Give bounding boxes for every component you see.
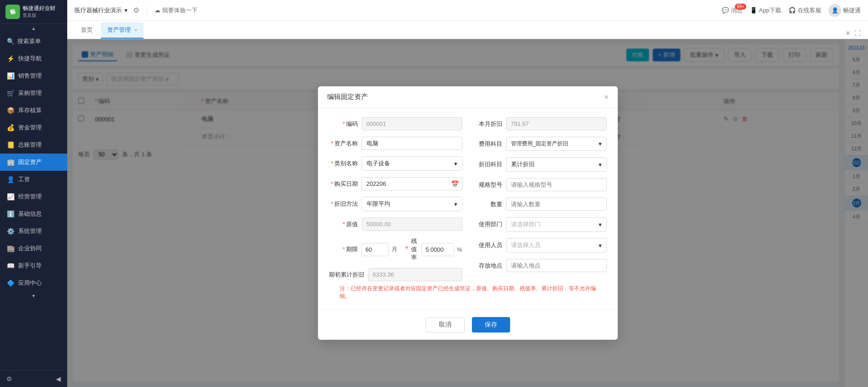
form-row-accumulated-dep: 期初累计折旧 [329, 268, 462, 281]
online-service-label: 在线客服 [798, 6, 821, 15]
sidebar-item-guide[interactable]: 📖 新手引导 [0, 257, 67, 274]
residual-unit: % [457, 246, 462, 253]
category-label-form: *类别名称 [329, 159, 358, 168]
message-btn[interactable]: 💬 消息 99+ [722, 6, 743, 15]
tab-close-icon[interactable]: × [134, 27, 137, 33]
sidebar-scroll-down[interactable]: ▼ [0, 292, 67, 300]
chevron-down-icon: ▾ [599, 221, 602, 228]
window-controls: ✕ ⛶ [845, 30, 861, 39]
window-close-icon[interactable]: ✕ [845, 30, 851, 37]
sidebar-item-enterprise[interactable]: 🏬 企业协同 [0, 240, 67, 257]
quantity-label: 数量 [473, 200, 502, 208]
modal-close-btn[interactable]: × [604, 93, 608, 101]
purchase-date-picker[interactable]: 📅 [362, 177, 462, 190]
purchase-icon: 🛒 [6, 89, 15, 97]
dept-select[interactable]: 请选择部门 ▾ [506, 217, 607, 232]
cancel-button[interactable]: 取消 [426, 317, 465, 332]
form-row-dep-method: *折旧方法 年限平均 ▾ [329, 197, 462, 211]
chevron-down-icon: ▾ [599, 242, 602, 249]
sidebar-item-label: 企业协同 [18, 244, 42, 253]
accumulated-dep-input[interactable] [368, 268, 462, 281]
this-month-dep-label: 本月折旧 [473, 120, 502, 128]
sidebar-item-search[interactable]: 🔍 搜索菜单 [0, 33, 67, 50]
sidebar-item-label: 工资 [18, 175, 30, 184]
quantity-input[interactable] [506, 198, 607, 211]
inventory-icon: 📦 [6, 107, 15, 114]
funds-icon: 💰 [6, 124, 15, 131]
online-service-btn[interactable]: 🎧 在线客服 [789, 6, 821, 15]
company-name: 医疗器械行业演示 [74, 6, 122, 15]
location-input[interactable] [506, 259, 607, 272]
chevron-down-icon: ▾ [454, 201, 457, 208]
sidebar-item-system[interactable]: ⚙️ 系统管理 [0, 223, 67, 240]
basic-info-icon: ℹ️ [6, 210, 15, 218]
sidebar: 畅 畅捷通好业财 普及版 ▲ 🔍 搜索菜单 ⚡ 快捷导航 📊 销售管理 🛒 采购… [0, 0, 67, 387]
sidebar-item-label: 固定资产 [18, 158, 42, 166]
sidebar-item-label: 资金管理 [18, 124, 42, 132]
spec-label: 规格型号 [473, 181, 502, 189]
sidebar-item-inventory[interactable]: 📦 库存核算 [0, 102, 67, 119]
modal-title: 编辑固定资产 [327, 93, 368, 101]
sidebar-item-funds[interactable]: 💰 资金管理 [0, 119, 67, 136]
sidebar-item-operations[interactable]: 📈 经营管理 [0, 188, 67, 205]
user-profile[interactable]: 👤 畅捷通 [828, 4, 861, 17]
sidebar-item-basic-info[interactable]: ℹ️ 基础信息 [0, 205, 67, 223]
topbar: 医疗器械行业演示 ▾ ⚙ ☁ 我要体验一下 💬 消息 99+ 📱 App下载 🎧… [67, 0, 868, 21]
dep-subject-value: 累计折旧 [511, 160, 535, 169]
modal-footer: 取消 保存 [318, 309, 618, 340]
dep-method-select[interactable]: 年限平均 ▾ [362, 197, 462, 211]
code-input[interactable] [362, 117, 462, 130]
sidebar-item-purchase[interactable]: 🛒 采购管理 [0, 84, 67, 102]
sidebar-item-quicknav[interactable]: ⚡ 快捷导航 [0, 50, 67, 67]
username: 畅捷通 [843, 6, 861, 15]
name-input[interactable] [362, 137, 462, 150]
calendar-icon: 📅 [451, 180, 459, 188]
app-download-btn[interactable]: 📱 App下载 [750, 6, 781, 15]
try-experience[interactable]: ☁ 我要体验一下 [154, 6, 198, 15]
save-button[interactable]: 保存 [472, 317, 510, 332]
modal-header: 编辑固定资产 × [318, 86, 618, 108]
try-label: 我要体验一下 [162, 6, 198, 15]
code-label: *编码 [329, 120, 358, 128]
accumulated-dep-label: 期初累计折旧 [329, 271, 364, 279]
sidebar-item-ledger[interactable]: 📒 总账管理 [0, 136, 67, 154]
message-icon: 💬 [722, 7, 729, 14]
sidebar-scroll-up[interactable]: ▲ [0, 24, 67, 33]
chevron-down-icon: ▾ [454, 160, 457, 167]
chevron-down-icon: ▾ [599, 161, 602, 168]
settings-icon[interactable]: ⚙ [6, 375, 12, 382]
spec-input[interactable] [506, 178, 607, 191]
company-selector[interactable]: 医疗器械行业演示 ▾ [74, 6, 128, 15]
expense-subject-select[interactable]: 管理费用_固定资产折旧 ▾ [506, 137, 607, 151]
form-row-user: 使用人员 请选择人员 ▾ [473, 238, 607, 253]
user-select[interactable]: 请选择人员 ▾ [506, 238, 607, 253]
dep-subject-select[interactable]: 累计折旧 ▾ [506, 157, 607, 172]
app-logo-icon: 畅 [5, 5, 20, 19]
period-input[interactable] [362, 243, 389, 256]
app-name: 畅捷通好业财 [23, 5, 55, 12]
topbar-right: 💬 消息 99+ 📱 App下载 🎧 在线客服 👤 畅捷通 [722, 4, 861, 17]
name-label: *资产名称 [329, 139, 358, 148]
sidebar-item-sales[interactable]: 📊 销售管理 [0, 67, 67, 84]
form-row-original-value: *原值 [329, 218, 462, 231]
form-row-expense-subject: 费用科目 管理费用_固定资产折旧 ▾ [473, 137, 607, 151]
form-row-code: *编码 [329, 117, 462, 130]
original-value-input[interactable] [362, 218, 462, 231]
cloud-icon: ☁ [154, 7, 160, 14]
purchase-date-input[interactable] [362, 177, 462, 190]
category-select[interactable]: 电子设备 ▾ [362, 156, 462, 171]
sidebar-item-fixed-assets[interactable]: 🏢 固定资产 [0, 154, 67, 171]
settings-icon-topbar[interactable]: ⚙ [133, 6, 139, 15]
form-row-dep-subject: 折旧科目 累计折旧 ▾ [473, 157, 607, 172]
form-grid: *编码 *资产名称 [329, 117, 607, 281]
residual-input[interactable] [422, 243, 454, 256]
collapse-icon[interactable]: ◀ [56, 375, 61, 382]
sales-icon: 📊 [6, 72, 15, 79]
window-expand-icon[interactable]: ⛶ [854, 30, 861, 37]
tab-home-label: 首页 [81, 26, 93, 33]
tab-home[interactable]: 首页 [74, 22, 99, 39]
form-row-name: *资产名称 [329, 137, 462, 150]
sidebar-item-app-center[interactable]: 🔷 应用中心 [0, 274, 67, 292]
tab-asset-management[interactable]: 资产管理 × [101, 22, 144, 39]
sidebar-item-payroll[interactable]: 👤 工资 [0, 171, 67, 188]
